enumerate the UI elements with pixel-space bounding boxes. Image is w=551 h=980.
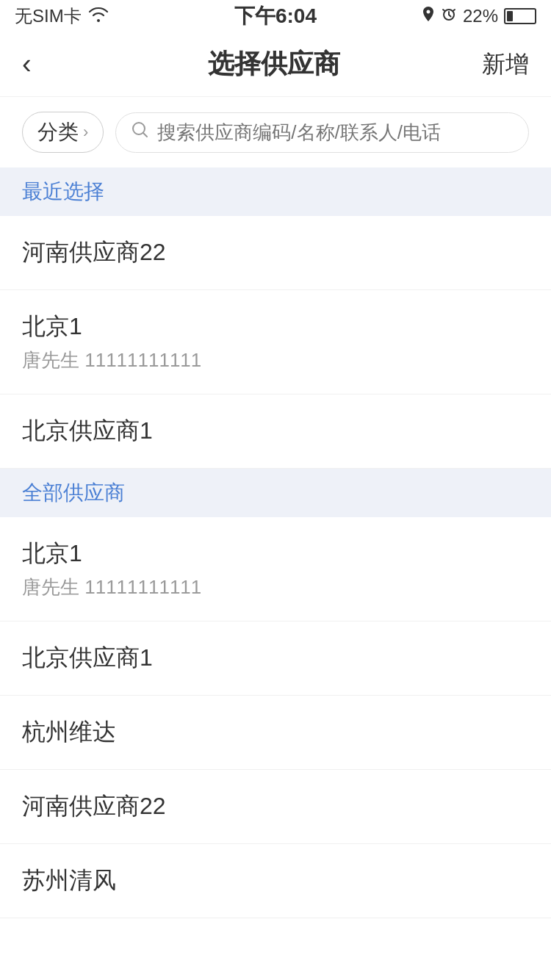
- chevron-right-icon: ›: [83, 123, 88, 142]
- list-item[interactable]: 苏州清风: [0, 844, 551, 918]
- nav-bar: ‹ 选择供应商 新增: [0, 32, 551, 97]
- list-item[interactable]: 北京供应商1: [0, 621, 551, 696]
- list-item[interactable]: 北京1唐先生 11111111111: [0, 290, 551, 394]
- all-list: 北京1唐先生 11111111111北京供应商1杭州维达河南供应商22苏州清风: [0, 517, 551, 918]
- item-sub: 唐先生 11111111111: [22, 574, 529, 600]
- status-right: 22%: [422, 6, 536, 26]
- item-name: 杭州维达: [22, 716, 529, 749]
- item-name: 北京1: [22, 538, 529, 570]
- all-section-header: 全部供应商: [0, 469, 551, 517]
- wifi-icon: [87, 6, 109, 26]
- recent-section-header: 最近选择: [0, 167, 551, 216]
- item-sub: 唐先生 11111111111: [22, 347, 529, 373]
- list-item[interactable]: 河南供应商22: [0, 770, 551, 844]
- item-name: 北京供应商1: [22, 642, 529, 674]
- search-icon: [131, 120, 150, 145]
- recent-section-label: 最近选择: [22, 180, 104, 203]
- search-input[interactable]: [157, 121, 514, 144]
- page-title: 选择供应商: [208, 46, 340, 82]
- list-item[interactable]: 河南供应商22: [0, 216, 551, 290]
- list-item[interactable]: 北京1唐先生 11111111111: [0, 517, 551, 621]
- battery-percent: 22%: [463, 6, 498, 26]
- location-icon: [422, 6, 435, 26]
- status-bar: 无SIM卡 下午6:04 22%: [0, 0, 551, 32]
- list-item[interactable]: 北京供应商1: [0, 394, 551, 469]
- item-name: 河南供应商22: [22, 790, 529, 823]
- alarm-icon: [441, 6, 457, 26]
- recent-list: 河南供应商22北京1唐先生 11111111111北京供应商1: [0, 216, 551, 469]
- status-time: 下午6:04: [234, 2, 317, 30]
- back-button[interactable]: ‹: [22, 48, 66, 80]
- item-name: 北京1: [22, 311, 529, 343]
- status-left: 无SIM卡: [15, 4, 109, 28]
- item-name: 苏州清风: [22, 865, 529, 897]
- item-name: 北京供应商1: [22, 415, 529, 447]
- battery-icon: [504, 8, 536, 24]
- category-button[interactable]: 分类 ›: [22, 112, 104, 153]
- search-box[interactable]: [115, 112, 529, 153]
- add-button[interactable]: 新增: [482, 48, 529, 81]
- item-name: 河南供应商22: [22, 237, 529, 269]
- list-item[interactable]: 杭州维达: [0, 696, 551, 770]
- filter-bar: 分类 ›: [0, 97, 551, 167]
- category-label: 分类: [37, 118, 79, 146]
- all-section-label: 全部供应商: [22, 481, 125, 504]
- carrier-text: 无SIM卡: [15, 4, 82, 28]
